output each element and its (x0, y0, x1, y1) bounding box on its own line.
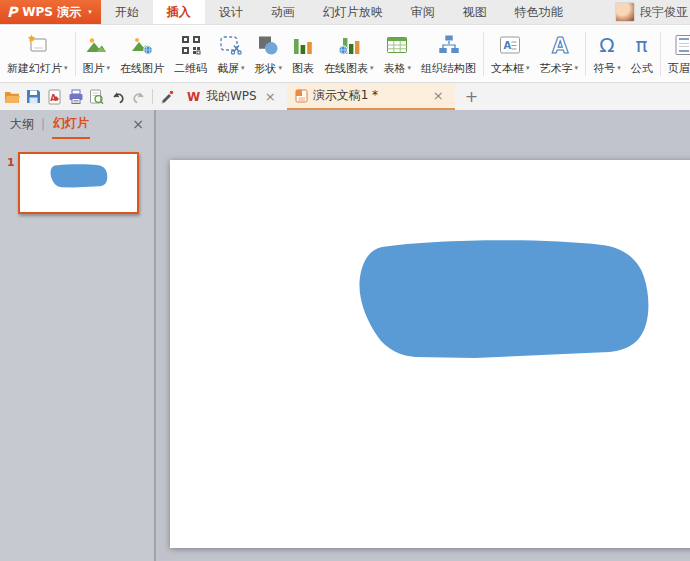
save-button[interactable] (23, 86, 44, 108)
picture-icon (84, 31, 108, 59)
chevron-down-icon: ▾ (526, 64, 530, 72)
header-footer-icon (672, 31, 690, 59)
undo-button[interactable] (107, 86, 128, 108)
svg-text:W: W (187, 90, 200, 103)
online-chart-label: 在线图表 (324, 61, 368, 76)
shapes-label: 形状 (255, 61, 277, 76)
user-avatar[interactable] (615, 2, 635, 22)
header-footer-button[interactable]: 页眉和 (663, 26, 690, 82)
wps-w-icon: W (187, 90, 201, 103)
rounded-rectangle-shape[interactable] (357, 238, 652, 362)
chevron-down-icon: ▾ (241, 64, 245, 72)
redo-button[interactable] (128, 86, 149, 108)
tab-insert[interactable]: 插入 (153, 0, 205, 24)
new-slide-label: 新建幻灯片 (7, 61, 62, 76)
formula-button[interactable]: π 公式 (626, 26, 658, 82)
chevron-down-icon: ▾ (575, 64, 579, 72)
quick-access-toolbar: A (0, 83, 179, 110)
formula-pi-icon: π (636, 31, 648, 59)
table-button[interactable]: 表格▾ (379, 26, 417, 82)
close-icon[interactable]: × (262, 89, 279, 104)
chart-icon (292, 31, 314, 59)
ribbon-group-divider (660, 32, 661, 76)
print-button[interactable] (65, 86, 86, 108)
menu-bar: P WPS 演示 ▾ 开始 插入 设计 动画 幻灯片放映 审阅 视图 特色功能 … (0, 0, 690, 25)
insert-ribbon: 新建幻灯片▾ 图片▾ 在线图片 二维码 截屏▾ (0, 25, 690, 83)
slide-thumbnail-1[interactable] (18, 152, 139, 214)
wordart-icon: A (547, 31, 571, 59)
screenshot-button[interactable]: 截屏▾ (212, 26, 250, 82)
table-label: 表格 (384, 61, 406, 76)
picture-button[interactable]: 图片▾ (78, 26, 116, 82)
doctab-label: 我的WPS (206, 88, 257, 105)
chevron-down-icon: ▾ (370, 64, 374, 72)
chevron-down-icon: ▾ (408, 64, 412, 72)
svg-text:A: A (552, 34, 569, 58)
chart-button[interactable]: 图表 (287, 26, 319, 82)
chart-label: 图表 (292, 61, 314, 76)
panel-tab-divider: | (41, 117, 45, 131)
wps-logo-icon: P (7, 4, 17, 20)
orgchart-icon (437, 31, 461, 59)
wps-presentation-window: P WPS 演示 ▾ 开始 插入 设计 动画 幻灯片放映 审阅 视图 特色功能 … (0, 0, 690, 561)
tab-review[interactable]: 审阅 (397, 0, 449, 24)
table-icon (385, 31, 409, 59)
wordart-button[interactable]: A 艺术字▾ (535, 26, 584, 82)
tab-slideshow[interactable]: 幻灯片放映 (309, 0, 397, 24)
tab-view[interactable]: 视图 (449, 0, 501, 24)
slide-canvas-area[interactable] (158, 110, 690, 561)
chevron-down-icon: ▾ (107, 64, 111, 72)
online-picture-icon (130, 31, 154, 59)
shapes-button[interactable]: 形状▾ (250, 26, 288, 82)
customize-toolbar-button[interactable] (156, 86, 177, 108)
ribbon-group-divider (483, 32, 484, 76)
tab-design[interactable]: 设计 (205, 0, 257, 24)
slides-panel-header: 大纲 | 幻灯片 × (0, 110, 154, 138)
orgchart-button[interactable]: 组织结构图 (416, 26, 481, 82)
online-picture-button[interactable]: 在线图片 (115, 26, 169, 82)
slide-shape-preview (50, 163, 108, 189)
print-preview-button[interactable] (86, 86, 107, 108)
menu-tab-strip: 开始 插入 设计 动画 幻灯片放映 审阅 视图 特色功能 (101, 0, 615, 24)
tab-home[interactable]: 开始 (101, 0, 153, 24)
chevron-down-icon: ▾ (617, 64, 621, 72)
shapes-icon (256, 31, 280, 59)
new-document-tab-button[interactable]: + (455, 83, 488, 110)
outline-tab[interactable]: 大纲 (10, 116, 34, 133)
export-pdf-button[interactable]: A (44, 86, 65, 108)
slide-1[interactable] (170, 160, 690, 548)
qrcode-icon (180, 31, 202, 59)
tab-special-features[interactable]: 特色功能 (501, 0, 577, 24)
formula-label: 公式 (631, 61, 653, 76)
slides-tab[interactable]: 幻灯片 (52, 110, 90, 139)
symbol-omega-icon: Ω (599, 31, 614, 59)
symbol-button[interactable]: Ω 符号▾ (588, 26, 626, 82)
user-name: 段宇俊亚 (640, 4, 688, 21)
wps-logo-label: WPS 演示 (22, 4, 81, 21)
wps-logo-button[interactable]: P WPS 演示 ▾ (0, 0, 101, 24)
qrcode-button[interactable]: 二维码 (169, 26, 212, 82)
open-file-button[interactable] (2, 86, 23, 108)
user-account[interactable]: 段宇俊亚 (615, 0, 690, 24)
symbol-label: 符号 (593, 61, 615, 76)
svg-text:A: A (504, 40, 512, 51)
picture-label: 图片 (83, 61, 105, 76)
online-chart-button[interactable]: 在线图表▾ (319, 26, 379, 82)
new-slide-button[interactable]: 新建幻灯片▾ (2, 26, 73, 82)
screenshot-icon (218, 31, 244, 59)
presentation-file-icon (295, 89, 308, 103)
logo-dropdown-icon: ▾ (88, 8, 92, 16)
document-tab-bar: A W 我的WPS × 演示文稿1 * (0, 83, 690, 110)
toolbar-divider (152, 89, 153, 104)
tab-animation[interactable]: 动画 (257, 0, 309, 24)
doctab-label: 演示文稿1 * (313, 87, 425, 104)
textbox-icon: A (498, 31, 522, 59)
close-icon[interactable]: × (430, 88, 447, 103)
textbox-button[interactable]: A 文本框▾ (486, 26, 535, 82)
new-slide-icon (24, 31, 50, 59)
close-panel-icon[interactable]: × (132, 116, 144, 132)
wordart-label: 艺术字 (540, 61, 573, 76)
chevron-down-icon: ▾ (279, 64, 283, 72)
doctab-presentation1[interactable]: 演示文稿1 * × (287, 83, 455, 110)
doctab-my-wps[interactable]: W 我的WPS × (179, 83, 287, 110)
